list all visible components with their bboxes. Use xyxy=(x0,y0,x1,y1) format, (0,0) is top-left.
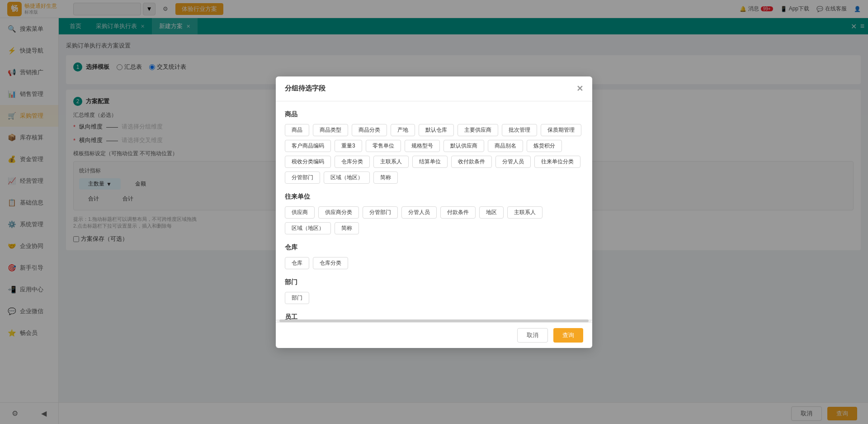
modal-title: 分组待选字段 xyxy=(285,84,326,93)
field-tag-abbr2[interactable]: 简称 xyxy=(335,222,359,234)
field-tag-supplier-category[interactable]: 供应商分类 xyxy=(318,206,359,219)
goods-field-tags: 商品 商品类型 商品分类 产地 默认仓库 主要供应商 批次管理 保质期管理 客户… xyxy=(285,124,583,184)
field-tag-goods-category[interactable]: 商品分类 xyxy=(352,124,387,136)
modal-cancel-button[interactable]: 取消 xyxy=(517,328,548,343)
dept-section: 部门 部门 xyxy=(285,278,583,304)
employee-section-title: 员工 xyxy=(285,313,583,319)
field-tag-supervisor[interactable]: 分管人员 xyxy=(495,156,531,168)
field-tag-goods-type[interactable]: 商品类型 xyxy=(313,124,348,136)
field-tag-supplier[interactable]: 供应商 xyxy=(285,206,315,219)
modal-overlay: 分组待选字段 ✕ 商品 商品 商品类型 商品分类 产地 默认仓库 主要供应商 批… xyxy=(0,0,868,424)
counterpart-section: 往来单位 供应商 供应商分类 分管部门 分管人员 付款条件 地区 主联系人 区域… xyxy=(285,193,583,234)
field-tag-default-supplier[interactable]: 默认供应商 xyxy=(443,140,484,152)
field-tag-default-warehouse[interactable]: 默认仓库 xyxy=(419,124,454,136)
goods-section: 商品 商品 商品类型 商品分类 产地 默认仓库 主要供应商 批次管理 保质期管理… xyxy=(285,110,583,184)
dept-field-tags: 部门 xyxy=(285,292,583,304)
field-tag-main-contact[interactable]: 主联系人 xyxy=(373,156,409,168)
field-tag-dept[interactable]: 分管部门 xyxy=(285,172,320,184)
field-tag-retail-unit[interactable]: 零售单位 xyxy=(366,140,401,152)
field-tag-warehouse-category[interactable]: 仓库分类 xyxy=(335,156,370,168)
field-tag-main-supplier[interactable]: 主要供应商 xyxy=(458,124,498,136)
field-tag-abbr[interactable]: 简称 xyxy=(373,172,398,184)
field-tag-region[interactable]: 区域（地区） xyxy=(324,172,370,184)
modal-body: 商品 商品 商品类型 商品分类 产地 默认仓库 主要供应商 批次管理 保质期管理… xyxy=(276,101,592,319)
modal-footer: 取消 查询 xyxy=(276,322,592,348)
field-tag-expiry-mgmt[interactable]: 保质期管理 xyxy=(541,124,581,136)
field-tag-counterpart-category[interactable]: 往来单位分类 xyxy=(534,156,580,168)
warehouse-field-tags: 仓库 仓库分类 xyxy=(285,257,583,269)
field-tag-payment-cond[interactable]: 付款条件 xyxy=(440,206,476,219)
counterpart-section-title: 往来单位 xyxy=(285,193,583,201)
field-tag-department[interactable]: 部门 xyxy=(285,292,309,304)
field-tag-main-contact2[interactable]: 主联系人 xyxy=(507,206,542,219)
field-select-modal: 分组待选字段 ✕ 商品 商品 商品类型 商品分类 产地 默认仓库 主要供应商 批… xyxy=(276,76,592,348)
dept-section-title: 部门 xyxy=(285,278,583,286)
field-tag-region2[interactable]: 区域（地区） xyxy=(285,222,331,234)
employee-section: 员工 业务员 xyxy=(285,313,583,319)
field-tag-tax-code[interactable]: 税收分类编码 xyxy=(285,156,331,168)
field-tag-origin[interactable]: 产地 xyxy=(391,124,415,136)
modal-close-button[interactable]: ✕ xyxy=(576,84,583,94)
field-tag-refine-points[interactable]: 炼货积分 xyxy=(527,140,562,152)
field-tag-spec[interactable]: 规格型号 xyxy=(405,140,440,152)
field-tag-warehouse[interactable]: 仓库 xyxy=(285,257,309,269)
field-tag-customer-code[interactable]: 客户商品编码 xyxy=(285,140,331,152)
field-tag-weight3[interactable]: 重量3 xyxy=(335,140,362,152)
field-tag-warehouse-cat[interactable]: 仓库分类 xyxy=(313,257,348,269)
field-tag-batch-mgmt[interactable]: 批次管理 xyxy=(502,124,537,136)
field-tag-goods-alias[interactable]: 商品别名 xyxy=(488,140,523,152)
field-tag-goods[interactable]: 商品 xyxy=(285,124,309,136)
field-tag-payment-terms[interactable]: 收付款条件 xyxy=(451,156,492,168)
field-tag-dept2[interactable]: 分管部门 xyxy=(363,206,398,219)
counterpart-field-tags: 供应商 供应商分类 分管部门 分管人员 付款条件 地区 主联系人 区域（地区） … xyxy=(285,206,583,234)
warehouse-section-title: 仓库 xyxy=(285,243,583,252)
field-tag-area[interactable]: 地区 xyxy=(479,206,504,219)
field-tag-settlement-unit[interactable]: 结算单位 xyxy=(412,156,448,168)
warehouse-section: 仓库 仓库 仓库分类 xyxy=(285,243,583,269)
modal-confirm-button[interactable]: 查询 xyxy=(553,328,583,343)
goods-section-title: 商品 xyxy=(285,110,583,119)
modal-header: 分组待选字段 ✕ xyxy=(276,76,592,101)
field-tag-supervisor2[interactable]: 分管人员 xyxy=(401,206,437,219)
